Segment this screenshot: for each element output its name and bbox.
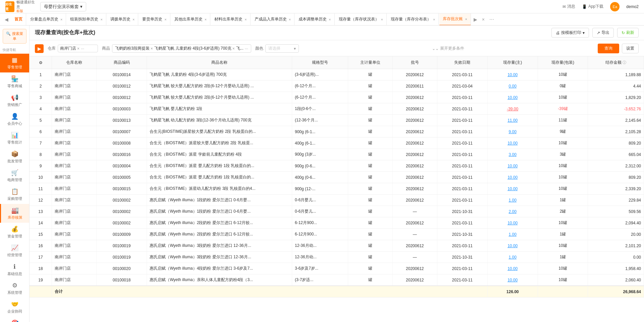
sidebar-item-collab[interactable]: 🤝 企业协同 — [0, 298, 29, 317]
sidebar-item-retail-management[interactable]: ▦ 零售管理 — [0, 54, 29, 72]
stock-main-link[interactable]: 1.00 — [508, 232, 516, 237]
stock-main-link[interactable]: 1.00 — [508, 198, 516, 203]
tab-home[interactable]: 首页 — [11, 13, 26, 25]
stock-main-link[interactable]: 10.00 — [507, 244, 518, 248]
sidebar-item-purchase[interactable]: 📋 采购管理 — [0, 185, 29, 204]
close-icon[interactable]: × — [465, 17, 467, 21]
print-button[interactable]: 🖨 按模板打印 ▾ — [551, 28, 589, 38]
remove-warehouse-icon[interactable]: × — [77, 46, 79, 51]
col-amount-header: 结存金额 ⓘ — [588, 56, 644, 69]
search-menu-button[interactable]: 🔍 搜索菜单 — [3, 29, 26, 44]
sidebar-item-retail-stats[interactable]: 📊 零售统计 — [0, 129, 29, 148]
stock-main-link[interactable]: 10.00 — [507, 221, 518, 225]
info-icon[interactable]: ⓘ — [623, 60, 626, 64]
refresh-button[interactable]: ↻ 刷新 — [617, 28, 639, 38]
row-spec: 0-6月婴儿... — [292, 206, 348, 217]
sidebar-item-members[interactable]: 👤 会员中心 — [0, 110, 29, 129]
close-icon[interactable]: × — [381, 17, 383, 21]
tab-zuzhangchaijian[interactable]: 组装拆卸单历史 × — [67, 13, 106, 25]
tab-xiancunliang-fenbiao[interactable]: 现存量（库存分布表） × — [387, 13, 439, 25]
row-index: 12 — [30, 195, 52, 206]
stock-main-link[interactable]: 10.00 — [507, 278, 518, 282]
close-icon[interactable]: × — [100, 17, 102, 21]
row-amount: 2,060.40 — [588, 274, 644, 286]
stock-main-link[interactable]: 3.00 — [508, 152, 516, 157]
summary-empty — [30, 286, 52, 298]
query-button[interactable]: 查询 — [598, 44, 619, 53]
stock-main-link[interactable]: 10.00 — [507, 72, 518, 77]
app-download-button[interactable]: 📱 App下载 — [582, 4, 603, 9]
nav-close-icon[interactable]: × — [480, 17, 487, 22]
close-icon[interactable]: × — [164, 17, 166, 21]
settings-button[interactable]: 设置 — [622, 44, 639, 53]
sidebar-item-finance[interactable]: 💰 资金管理 — [0, 223, 29, 241]
close-icon[interactable]: × — [205, 17, 207, 21]
product-ellipsis-icon[interactable]: ··· — [245, 46, 248, 51]
close-icon[interactable]: × — [60, 17, 62, 21]
color-label: 颜色 — [255, 46, 263, 51]
product-tags-container[interactable]: 飞鹤奶粉3段两提装 × 飞鹤星飞帆 儿童奶粉 4段(3-6岁适用) 700克 ×… — [112, 44, 251, 53]
info-icon: ℹ — [13, 263, 16, 270]
tab-chenben[interactable]: 成本调整单历史 × — [295, 13, 334, 25]
sidebar-item-retail-mall[interactable]: 🏪 零售商城 — [0, 72, 29, 91]
table-row: 17 南岸门店 00100019 惠氏启赋（Wyeth illuma）3段奶粉 … — [30, 252, 644, 263]
expand-more-button[interactable]: ⌄⌄ 展开更多条件 — [432, 46, 464, 51]
tab-xiancunliang-kuaikuang[interactable]: 现存量（库存状况表） × — [335, 13, 387, 25]
sidebar-item-wholesale[interactable]: 📦 批发管理 — [0, 148, 29, 166]
sidebar-item-guide[interactable]: 🎯 新手引导 — [0, 317, 29, 322]
stock-main-link[interactable]: 10.00 — [507, 141, 518, 146]
sidebar-item-basic-info[interactable]: ℹ 基础信息 — [0, 260, 29, 279]
sidebar-item-inventory[interactable]: 🏭 库存核算 — [0, 204, 29, 223]
close-icon[interactable]: × — [245, 17, 247, 21]
stock-main-link[interactable]: 2.00 — [508, 209, 516, 214]
tab-cailiaochuku[interactable]: 材料出库单历史 × — [211, 13, 250, 25]
nav-prev-icon[interactable]: ◀ — [3, 17, 10, 22]
close-icon[interactable]: × — [329, 17, 331, 21]
export-button[interactable]: ↗ 导出 — [592, 28, 614, 38]
filter-row: ▶ 仓库 南岸门店 × ··· 商品 飞鹤奶粉3段 — [35, 44, 639, 53]
stock-main-link[interactable]: 9.00 — [508, 129, 516, 134]
warehouse-tag-group[interactable]: 南岸门店 × ··· — [58, 45, 98, 52]
color-select[interactable]: 请选择 ▾ — [265, 44, 299, 53]
close-icon[interactable]: × — [132, 17, 135, 21]
stock-main-link[interactable]: 1.00 — [508, 255, 516, 260]
nav-next-icon[interactable]: ▶ — [472, 17, 479, 22]
sidebar-item-system[interactable]: ⚙ 系统管理 — [0, 279, 29, 298]
col-batch-header: 批号 — [392, 56, 437, 69]
table-row: 19 南岸门店 00100018 惠氏启赋（Wyeth illuma）亲和人体儿… — [30, 274, 644, 286]
workspace-selector[interactable]: 母婴行业演示账套 ▾ — [40, 2, 86, 11]
avatar[interactable]: Ea — [610, 2, 620, 11]
col-unit-header: 主计量单位 — [348, 56, 392, 69]
stock-main-link[interactable]: 11.00 — [507, 118, 518, 123]
stock-main-link[interactable]: -39.00 — [507, 107, 518, 111]
stock-main-link[interactable]: 10.00 — [507, 186, 518, 191]
stock-main-link[interactable]: 10.00 — [507, 266, 518, 271]
stock-main-link[interactable]: 10.00 — [507, 164, 518, 168]
sidebar-item-ecommerce[interactable]: 🛒 电商管理 — [0, 166, 29, 185]
filter-expand-button[interactable]: ▶ — [35, 44, 44, 53]
tab-kucunpici[interactable]: 库存批次账 × — [439, 13, 471, 25]
stock-main-link[interactable]: 10.00 — [507, 175, 518, 180]
nav-more-icon[interactable]: ⋯ — [487, 17, 496, 22]
tab-diaobodanhistory[interactable]: 调拨单历史 × — [107, 13, 138, 25]
sidebar-item-marketing[interactable]: 📢 营销推广 — [0, 91, 29, 110]
ellipsis-icon[interactable]: ··· — [81, 46, 84, 51]
remove-product-2-icon[interactable]: × — [232, 46, 235, 51]
gear-icon[interactable]: ⚙ — [39, 60, 43, 65]
stock-main-link[interactable]: 10.00 — [507, 95, 518, 100]
message-button[interactable]: ✉ 消息 — [562, 4, 575, 9]
tab-fenliangpandian[interactable]: 分量盘点单历史 × — [27, 13, 66, 25]
stats-icon: 📊 — [11, 131, 18, 139]
col-gear[interactable]: ⚙ — [30, 56, 52, 69]
tab-qitachuku[interactable]: 其他出库单历史 × — [171, 13, 210, 25]
row-amount: 809.20 — [588, 138, 644, 149]
close-icon[interactable]: × — [433, 17, 435, 21]
refresh-icon: ↻ — [622, 31, 625, 35]
remove-product-1-icon[interactable]: × — [151, 46, 153, 51]
close-icon[interactable]: × — [289, 17, 291, 21]
row-stock-pack: 10罐 — [538, 217, 588, 229]
tab-yaohuo[interactable]: 要货单历史 × — [139, 13, 170, 25]
tab-chengpinruku[interactable]: 产成品入库单历史 × — [251, 13, 294, 25]
stock-main-link[interactable]: 0.00 — [508, 84, 516, 89]
sidebar-item-operations[interactable]: 📈 经营管理 — [0, 241, 29, 260]
